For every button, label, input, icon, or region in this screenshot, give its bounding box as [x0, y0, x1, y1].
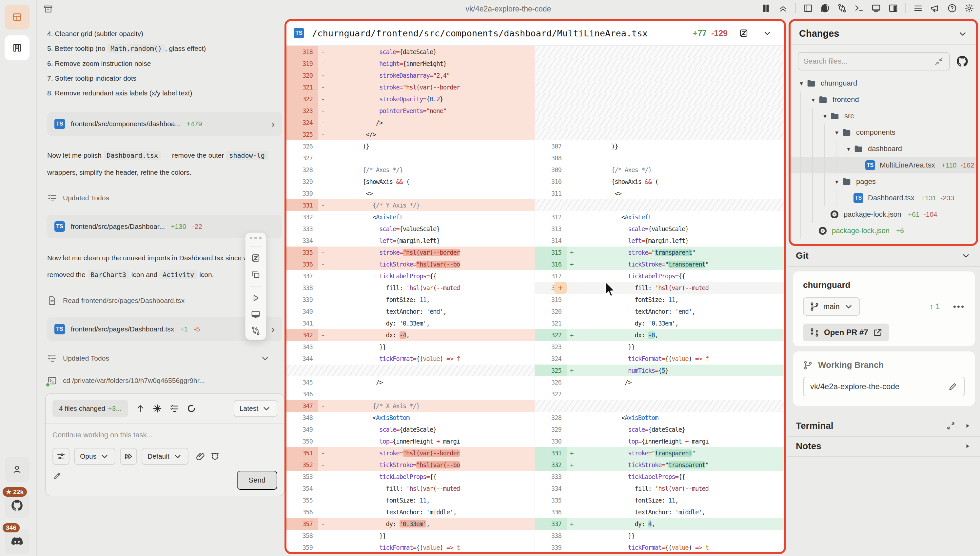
pause-icon[interactable]: [761, 3, 771, 13]
diff-line[interactable]: 339 tickFormat={(value) => t: [535, 541, 784, 553]
open-pr-button[interactable]: Open PR #7: [803, 323, 889, 341]
diff-line[interactable]: 354 fill: 'hsl(var(--muted: [286, 483, 535, 495]
diff-line[interactable]: 320- strokeDasharray="2,4": [286, 70, 535, 81]
diff-icon[interactable]: [739, 28, 749, 38]
rail-columns-button[interactable]: [5, 36, 29, 60]
add-comment-button[interactable]: +: [554, 282, 567, 294]
diff-line[interactable]: 347- {/* X Axis */}: [286, 400, 535, 412]
diff-line[interactable]: 309 {/* Axes */}: [535, 164, 784, 176]
tree-item-churnguard[interactable]: ▾churnguard: [791, 75, 976, 92]
diff-line[interactable]: 313 scale={valueScale}: [535, 223, 784, 235]
collapse-icon[interactable]: [934, 57, 944, 66]
diff-line[interactable]: 310 {showAxis && (: [535, 176, 784, 187]
git-compare-icon[interactable]: [251, 326, 261, 336]
tool-call-row[interactable]: Read frontend/src/pages/Dashboard.tsx: [47, 296, 279, 305]
diff-line[interactable]: 342- dx: -4,: [286, 329, 535, 341]
account-button[interactable]: [5, 457, 29, 482]
paperclip-icon[interactable]: [196, 451, 205, 461]
diff-line[interactable]: 337+ dy: 4,: [535, 518, 784, 530]
diff-line[interactable]: 357- dy: '0.33em',: [286, 518, 535, 530]
diff-line[interactable]: 334 left={margin.left}: [286, 235, 535, 247]
working-branch-input[interactable]: vk/4e2a-explore-the-code: [803, 377, 965, 396]
diff-icon[interactable]: [251, 253, 261, 263]
diff-line[interactable]: 331+ stroke="transparent": [535, 447, 784, 459]
diff-line[interactable]: 353 tickLabelProps={{: [286, 471, 535, 483]
diff-line[interactable]: 326 />: [535, 377, 784, 388]
commits-ahead[interactable]: ↑ 1: [930, 302, 940, 311]
diff-line[interactable]: 344 tickFormat={(value) => f: [286, 353, 535, 365]
diff-line[interactable]: 317 tickLabelProps={{: [535, 270, 784, 282]
diff-line[interactable]: 339 fontSize: 11,: [286, 294, 535, 305]
diff-line[interactable]: 311 <>: [535, 187, 784, 199]
diff-line[interactable]: 328 <AxisBottom: [535, 412, 784, 423]
diff-line[interactable]: 359 tickFormat={(value) => t: [286, 541, 535, 553]
diff-line[interactable]: 318+ fill: 'hsl(var(--muted: [535, 282, 784, 294]
diff-line[interactable]: 330 top={innerHeight + margi: [535, 435, 784, 447]
drag-handle-icon[interactable]: [250, 237, 262, 239]
diff-line[interactable]: 312 <AxisLeft: [535, 211, 784, 223]
diff-line[interactable]: 352- tickStroke="hsl(var(--bo: [286, 459, 535, 471]
search-files-input[interactable]: Search files...: [798, 52, 950, 71]
file-diff-chip[interactable]: TSfrontend/src/components/dashboa...+479…: [47, 112, 282, 136]
diff-line[interactable]: 323 }}: [535, 341, 784, 353]
fast-forward-button[interactable]: [120, 448, 137, 465]
diff-line[interactable]: 338 fill: 'hsl(var(--muted: [286, 282, 535, 294]
diff-line[interactable]: 332 <AxisLeft: [286, 211, 535, 223]
cat-icon[interactable]: [210, 451, 220, 461]
diff-line[interactable]: 350 top={innerHeight + margi: [286, 435, 535, 447]
diff-line[interactable]: 336- tickStroke="hsl(var(--bo: [286, 258, 535, 270]
chevron-right-icon[interactable]: [964, 423, 971, 429]
diff-line[interactable]: 322- strokeOpacity={0.2}: [286, 93, 535, 105]
diff-line[interactable]: 318- scale={dateScale}: [286, 46, 535, 58]
diff-line[interactable]: 316+ tickStroke="transparent": [535, 258, 784, 270]
tool-call-row[interactable]: Updated Todos: [47, 353, 279, 363]
mode-dropdown[interactable]: Default: [142, 448, 189, 465]
chevron-down-icon[interactable]: [958, 29, 967, 39]
diff-line[interactable]: 346: [286, 388, 535, 400]
github-button[interactable]: ★ 22k: [5, 493, 29, 518]
diff-line[interactable]: 343 }}: [286, 341, 535, 353]
diff-line[interactable]: 319- height={innerHeight}: [286, 58, 535, 70]
model-dropdown[interactable]: Opus: [74, 448, 115, 465]
diff-line[interactable]: 323- pointerEvents="none": [286, 105, 535, 117]
tool-call-row[interactable]: Updated Todos: [47, 193, 279, 203]
diff-line[interactable]: 335 fontSize: 11,: [535, 495, 784, 506]
diff-line[interactable]: 345 />: [286, 377, 535, 388]
diff-line[interactable]: 321- stroke="hsl(var(--border: [286, 81, 535, 93]
diff-line[interactable]: 349 scale={dateScale}: [286, 423, 535, 435]
diff-line[interactable]: 351- stroke="hsl(var(--border: [286, 447, 535, 459]
expand-icon[interactable]: [946, 421, 956, 431]
tree-item-package-lock-json[interactable]: package-lock.json+61-104: [791, 206, 976, 223]
diff-line[interactable]: 337 tickLabelProps={{: [286, 270, 535, 282]
diff-line[interactable]: 329 {showAxis && (: [286, 176, 535, 187]
play-icon[interactable]: [251, 293, 261, 303]
diff-line[interactable]: 324 tickFormat={(value) => f: [535, 353, 784, 365]
burst-icon[interactable]: [152, 404, 162, 414]
tree-item-components[interactable]: ▾components: [791, 124, 976, 141]
diff-line[interactable]: 330 <>: [286, 187, 535, 199]
diff-line[interactable]: 358 }}: [286, 530, 535, 541]
diff-line[interactable]: 327: [286, 152, 535, 164]
branch-dropdown[interactable]: main: [803, 297, 860, 316]
diff-line[interactable]: 329 scale={dateScale}: [535, 423, 784, 435]
tool-call-row[interactable]: cd /private/var/folders/10/h7w0q46556ggr…: [47, 376, 279, 386]
diff-line[interactable]: 333 scale={valueScale}: [286, 223, 535, 235]
diff-line[interactable]: 336 textAnchor: 'middle',: [535, 506, 784, 518]
diff-line[interactable]: 331- {/* Y Axis */}: [286, 199, 535, 211]
diff-line[interactable]: 340 textAnchor: 'end',: [286, 305, 535, 317]
tree-item-dashboard[interactable]: ▾dashboard: [791, 141, 976, 157]
diff-line[interactable]: 334 fill: 'hsl(var(--muted: [535, 483, 784, 495]
diff-line[interactable]: 355 fontSize: 11,: [286, 495, 535, 506]
diff-line[interactable]: 333 tickLabelProps={{: [535, 471, 784, 483]
discord-button[interactable]: 346: [5, 529, 29, 554]
chevron-right-icon[interactable]: [964, 443, 971, 449]
tree-item-package-lock-json[interactable]: package-lock.json+6: [791, 223, 976, 239]
diff-line[interactable]: 324- />: [286, 117, 535, 129]
diff-line[interactable]: 322+ dx: -8,: [535, 329, 784, 341]
git-section-header[interactable]: Git: [786, 251, 980, 261]
diff-line[interactable]: 335- stroke="hsl(var(--border: [286, 247, 535, 258]
diff-line[interactable]: 332+ tickStroke="transparent": [535, 459, 784, 471]
diff-line[interactable]: 356 textAnchor: 'middle',: [286, 506, 535, 518]
monitor-icon[interactable]: [251, 309, 261, 319]
tree-item-multilinearea-tsx[interactable]: TSMultiLineArea.tsx+110-162: [791, 157, 976, 173]
